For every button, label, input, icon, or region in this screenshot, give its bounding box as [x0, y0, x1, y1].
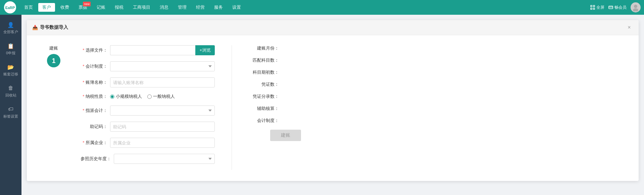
layout: 👤全部客户📋0申报📂账套迁移🗑回收站🏷标签设置 📥 导爷数据导入 × 建账 1 [0, 15, 644, 195]
info-label-aux: 辅助核算： [249, 106, 279, 112]
fullscreen-label: 全屏 [596, 5, 604, 10]
jian-zhang-btn[interactable]: 建账 [270, 130, 301, 141]
nav-item-9[interactable]: 经营 [192, 3, 209, 12]
dialog-title: 📥 导爷数据导入 [32, 24, 68, 30]
browse-btn[interactable]: +浏览 [195, 45, 215, 55]
form-row-file: 选择文件： +浏览 [81, 45, 215, 55]
svg-rect-5 [593, 8, 595, 9]
radio-group-tax: 小规模纳税人 一般纳税人 [110, 93, 215, 100]
nav-item-5[interactable]: 报税 [111, 3, 128, 12]
nav-item-2[interactable]: 收费 [56, 3, 73, 12]
info-row-accounting-system: 会计制度： [249, 118, 323, 124]
section-divider [232, 45, 232, 170]
sidebar-item-2[interactable]: 📂账套迁移 [0, 60, 21, 80]
nav-item-10[interactable]: 服务 [210, 3, 227, 12]
top-nav: EaRP 首页客户收费票据new记账报税工商项目消息管理经营服务设置 全屏 畅会… [0, 0, 644, 15]
nav-item-11[interactable]: 设置 [228, 3, 245, 12]
file-input-row: +浏览 [110, 45, 215, 55]
dialog-title-text: 导爷数据导入 [40, 24, 68, 30]
form-row-accountant: 指派会计： [81, 106, 215, 116]
radio-general[interactable]: 一般纳税人 [147, 93, 175, 100]
step-circle: 1 [47, 54, 60, 67]
info-row-entry: 凭证分录数： [249, 93, 323, 100]
history-select[interactable] [114, 154, 215, 164]
form-section: 选择文件： +浏览 会计制度： [81, 45, 215, 170]
svg-text:EaRP: EaRP [5, 6, 15, 10]
info-row-voucher: 凭证数： [249, 81, 323, 87]
radio-small-scale[interactable]: 小规模纳税人 [110, 93, 142, 100]
svg-rect-2 [591, 5, 592, 7]
sidebar-item-3[interactable]: 🗑回收站 [0, 81, 21, 101]
info-label-month: 建账月份： [249, 45, 279, 51]
file-text-input[interactable] [110, 45, 195, 55]
svg-rect-3 [593, 5, 595, 7]
sidebar-icon-3: 🗑 [7, 85, 14, 91]
dialog-header: 📥 导爷数据导入 × [27, 20, 639, 35]
label-mnemonic: 助记码： [81, 124, 107, 130]
form-row-tax-type: 纳税性质： 小规模纳税人 一般纳税人 [81, 93, 215, 100]
svg-rect-4 [591, 8, 592, 9]
form-row-account-name: 账簿名称： [81, 77, 215, 87]
form-row-history: 参照历史年度： [81, 154, 215, 164]
label-accountant: 指派会计： [81, 108, 107, 114]
sidebar-icon-4: 🏷 [7, 106, 14, 113]
sidebar-item-4[interactable]: 🏷标签设置 [0, 103, 21, 122]
info-row-match: 匹配科目数： [249, 57, 323, 63]
sidebar-icon-2: 📂 [7, 64, 14, 70]
svg-point-8 [634, 5, 637, 8]
sidebar: 👤全部客户📋0申报📂账套迁移🗑回收站🏷标签设置 [0, 15, 21, 195]
main-content: 📥 导爷数据导入 × 建账 1 选择文件： [21, 15, 644, 195]
form-row-accounting: 会计制度： [81, 61, 215, 71]
sidebar-item-0[interactable]: 👤全部客户 [0, 18, 21, 38]
nav-item-3[interactable]: 票据new [75, 3, 91, 12]
info-row-month: 建账月份： [249, 45, 323, 51]
step-label: 建账 [49, 45, 58, 51]
nav-item-6[interactable]: 工商项目 [129, 3, 154, 12]
label-enterprise: 所属企业： [81, 140, 107, 146]
avatar[interactable] [631, 2, 641, 12]
fullscreen-btn[interactable]: 全屏 [590, 5, 604, 10]
info-row-initial: 科目期初数： [249, 69, 323, 75]
sidebar-icon-1: 📋 [7, 43, 14, 49]
nav-item-8[interactable]: 管理 [174, 3, 191, 12]
label-account-name: 账簿名称： [81, 79, 107, 85]
form-row-mnemonic: 助记码： [81, 122, 215, 132]
logo[interactable]: EaRP [3, 1, 17, 14]
nav-items: 首页客户收费票据new记账报税工商项目消息管理经营服务设置 [20, 3, 590, 12]
sidebar-item-1[interactable]: 📋0申报 [0, 39, 21, 59]
enterprise-input[interactable] [110, 138, 215, 148]
info-label-entry: 凭证分录数： [249, 93, 279, 100]
step-section: 建账 1 [40, 45, 67, 170]
info-label-match: 匹配科目数： [249, 57, 279, 63]
nav-item-1[interactable]: 客户 [38, 3, 55, 12]
dialog-title-icon: 📥 [32, 25, 38, 30]
label-tax-type: 纳税性质： [81, 93, 107, 100]
label-history: 参照历史年度： [81, 156, 111, 162]
accounting-select[interactable] [110, 61, 215, 71]
info-row-aux: 辅助核算： [249, 106, 323, 112]
dialog-body: 建账 1 选择文件： +浏览 会计制度： [27, 35, 639, 180]
label-accounting: 会计制度： [81, 63, 107, 69]
sidebar-icon-0: 👤 [7, 21, 14, 28]
nav-item-4[interactable]: 记账 [93, 3, 109, 12]
accountant-select[interactable] [110, 106, 215, 116]
label-file: 选择文件： [81, 47, 107, 53]
dialog: 📥 导爷数据导入 × 建账 1 选择文件： [27, 20, 639, 181]
nav-item-0[interactable]: 首页 [20, 3, 37, 12]
svg-rect-6 [609, 6, 613, 9]
nav-item-7[interactable]: 消息 [156, 3, 172, 12]
info-section: 建账月份： 匹配科目数： 科目期初数： 凭证数： [249, 45, 323, 170]
info-label-initial: 科目期初数： [249, 69, 279, 75]
account-name-input[interactable] [110, 77, 215, 87]
member-label: 畅会员 [614, 5, 627, 10]
dialog-close-btn[interactable]: × [625, 23, 633, 31]
member-btn[interactable]: 畅会员 [608, 5, 627, 10]
svg-point-9 [633, 8, 638, 11]
mnemonic-input[interactable] [110, 122, 215, 132]
info-label-accounting-system: 会计制度： [249, 118, 279, 124]
info-label-voucher: 凭证数： [249, 81, 279, 87]
form-row-enterprise: 所属企业： [81, 138, 215, 148]
nav-right: 全屏 畅会员 [590, 2, 641, 12]
